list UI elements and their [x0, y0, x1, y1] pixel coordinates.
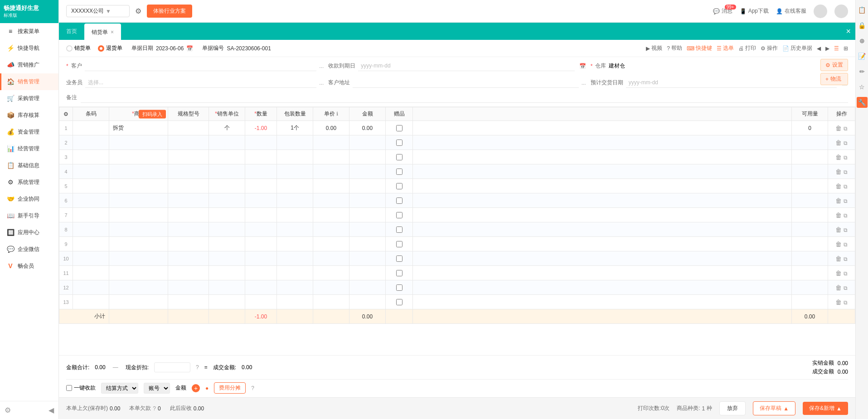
gift-checkbox[interactable]: [396, 255, 402, 262]
operation-btn[interactable]: ⚙ 操作: [761, 44, 778, 52]
row-spec-cell[interactable]: [168, 266, 209, 280]
row-price-cell[interactable]: [313, 164, 349, 179]
copy-row-btn[interactable]: ⧉: [844, 154, 848, 161]
list-view-btn[interactable]: ☰: [834, 45, 839, 52]
delete-row-btn[interactable]: 🗑: [835, 255, 842, 262]
row-barcode-cell[interactable]: [73, 121, 109, 135]
sidebar-item-member[interactable]: V 畅会员: [0, 258, 58, 275]
row-price-cell[interactable]: [313, 135, 349, 150]
row-spec-cell[interactable]: [168, 208, 209, 222]
sidebar-item-operation[interactable]: 📊 经营管理: [0, 140, 58, 157]
save-draft-btn[interactable]: 保存草稿 ▲: [753, 401, 795, 415]
gift-checkbox[interactable]: [396, 154, 402, 160]
row-price-cell[interactable]: [313, 280, 349, 295]
row-spec-cell[interactable]: [168, 237, 209, 251]
radio-sales[interactable]: 销货单: [66, 44, 91, 52]
discount-input[interactable]: [154, 362, 190, 372]
company-select[interactable]: XXXXXX公司 ▼: [66, 5, 130, 17]
history-btn[interactable]: 📄 历史单据: [782, 44, 812, 52]
row-barcode-cell[interactable]: [73, 251, 109, 266]
delete-row-btn[interactable]: 🗑: [835, 241, 842, 248]
settings-bottom-btn[interactable]: ⚙: [5, 406, 11, 414]
one-click-payment-checkbox[interactable]: 一键收款: [66, 384, 96, 392]
copy-row-btn[interactable]: ⧉: [844, 169, 848, 175]
settings-gear-btn[interactable]: ⚙: [135, 7, 141, 15]
row-barcode-cell[interactable]: [73, 179, 109, 193]
row-spec-cell[interactable]: [168, 164, 209, 179]
calendar-icon[interactable]: 📅: [186, 45, 193, 52]
row-qty-cell[interactable]: [245, 222, 277, 237]
row-qty-cell[interactable]: [245, 135, 277, 150]
experience-btn[interactable]: 体验行业方案: [147, 5, 192, 18]
gift-checkbox[interactable]: [396, 169, 402, 175]
settlement-method-select[interactable]: 结算方式: [101, 383, 138, 394]
delete-row-btn[interactable]: 🗑: [835, 197, 842, 204]
row-qty-cell[interactable]: [245, 179, 277, 193]
date-value[interactable]: 2023-06-06: [156, 45, 184, 52]
row-spec-cell[interactable]: [168, 295, 209, 309]
row-gift-cell[interactable]: [386, 164, 413, 179]
collapse-btn[interactable]: ◀: [48, 406, 54, 414]
avatar[interactable]: [814, 5, 827, 18]
row-gift-cell[interactable]: [386, 237, 413, 251]
row-spec-cell[interactable]: [168, 135, 209, 150]
row-qty-cell[interactable]: [245, 251, 277, 266]
row-barcode-cell[interactable]: [73, 135, 109, 150]
row-spec-cell[interactable]: [168, 179, 209, 193]
right-panel-icon-7[interactable]: 🔧: [857, 97, 868, 108]
copy-row-btn[interactable]: ⧉: [844, 285, 848, 291]
copy-row-btn[interactable]: ⧉: [844, 241, 848, 248]
avatar2[interactable]: [834, 5, 848, 18]
row-barcode-cell[interactable]: [73, 164, 109, 179]
row-barcode-cell[interactable]: [73, 208, 109, 222]
row-spec-cell[interactable]: [168, 150, 209, 164]
right-panel-icon-3[interactable]: ⊕: [857, 35, 868, 46]
copy-row-btn[interactable]: ⧉: [844, 183, 848, 190]
customer-input[interactable]: [85, 61, 317, 71]
delete-row-btn[interactable]: 🗑: [835, 284, 842, 291]
row-price-cell[interactable]: [313, 295, 349, 309]
row-spec-cell[interactable]: [168, 193, 209, 208]
delete-row-btn[interactable]: 🗑: [835, 183, 842, 190]
salesperson-input[interactable]: [85, 77, 316, 88]
logistics-btn[interactable]: + 物流: [820, 73, 848, 85]
row-gift-cell[interactable]: [386, 193, 413, 208]
row-barcode-cell[interactable]: [73, 193, 109, 208]
message-btn[interactable]: 💬 消息 99+: [713, 7, 732, 15]
sidebar-item-quick-nav[interactable]: ⚡ 快捷导航: [0, 40, 58, 57]
gift-checkbox[interactable]: [396, 212, 402, 218]
tab-sales-order[interactable]: 销货单 ×: [84, 24, 121, 41]
row-barcode-cell[interactable]: [73, 280, 109, 295]
sidebar-item-search[interactable]: ≡ 搜索菜单: [0, 23, 58, 40]
row-qty-cell[interactable]: [245, 164, 277, 179]
gift-checkbox[interactable]: [396, 226, 402, 233]
tab-bar-close-btn[interactable]: ×: [846, 27, 851, 36]
sidebar-item-sales[interactable]: 🏠 销售管理: [0, 73, 58, 90]
one-click-payment-check[interactable]: [66, 385, 72, 391]
radio-return[interactable]: 退货单: [98, 44, 122, 52]
row-spec-cell[interactable]: [168, 280, 209, 295]
tab-home[interactable]: 首页: [59, 23, 84, 40]
right-panel-icon-5[interactable]: ✏: [857, 66, 868, 77]
row-qty-cell[interactable]: [245, 266, 277, 280]
row-barcode-cell[interactable]: [73, 150, 109, 164]
delete-row-btn[interactable]: 🗑: [835, 125, 842, 132]
row-gift-cell[interactable]: [386, 179, 413, 193]
row-gift-cell[interactable]: [386, 280, 413, 295]
row-gift-cell[interactable]: [386, 135, 413, 150]
row-gift-cell[interactable]: [386, 266, 413, 280]
sidebar-item-guide[interactable]: 📖 新手引导: [0, 207, 58, 224]
delete-row-btn[interactable]: 🗑: [835, 299, 842, 306]
payment-date-input[interactable]: [358, 61, 574, 71]
right-panel-icon-6[interactable]: ☆: [857, 82, 868, 92]
next-btn[interactable]: ▶: [825, 45, 829, 52]
row-price-cell[interactable]: [313, 208, 349, 222]
salesperson-dots[interactable]: ...: [319, 80, 324, 86]
sidebar-item-enterprise[interactable]: 🤝 企业协同: [0, 191, 58, 207]
gift-checkbox[interactable]: [396, 197, 402, 204]
gift-checkbox[interactable]: [396, 183, 402, 189]
row-qty-cell[interactable]: [245, 280, 277, 295]
row-price-cell[interactable]: [313, 237, 349, 251]
col-header-settings[interactable]: ⚙: [59, 107, 73, 121]
online-service-btn[interactable]: 👤 在线客服: [776, 7, 806, 15]
